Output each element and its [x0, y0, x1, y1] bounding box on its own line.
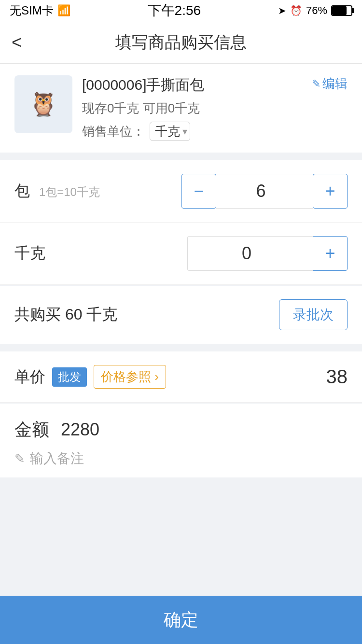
status-right: ➤ ⏰ 76%: [278, 4, 352, 17]
price-tag: 批发: [52, 367, 87, 387]
price-section: 单价 批发 价格参照 › 38: [0, 351, 362, 403]
price-label: 单价: [14, 366, 45, 388]
total-text: 共购买 60 千克: [14, 304, 117, 325]
kg-input[interactable]: [187, 236, 313, 271]
kg-label: 千克: [14, 243, 187, 264]
product-unit-row: 销售单位： 千克 包: [82, 122, 348, 141]
package-row: 包 1包=10千克 − +: [0, 160, 362, 223]
input-section: 包 1包=10千克 − + 千克 +: [0, 160, 362, 285]
product-name: [0000006]手撕面包: [82, 75, 204, 95]
confirm-button[interactable]: 确定: [0, 596, 362, 644]
total-section: 共购买 60 千克 录批次: [0, 286, 362, 344]
price-left: 单价 批发 价格参照 ›: [14, 365, 166, 389]
unit-label: 销售单位：: [82, 123, 145, 140]
package-input[interactable]: [216, 174, 313, 209]
package-stepper: − +: [181, 174, 348, 209]
battery-icon: [331, 5, 352, 16]
amount-label: 金额: [14, 420, 49, 439]
edit-icon: ✎: [312, 78, 320, 90]
batch-button[interactable]: 录批次: [279, 299, 348, 330]
amount-section: 金额 2280 ✎ 输入备注: [0, 404, 362, 477]
edit-button[interactable]: ✎ 编辑: [312, 75, 348, 92]
amount-row: 金额 2280: [14, 418, 348, 442]
unit-select-wrap[interactable]: 千克 包: [150, 122, 190, 141]
battery-percent: 76%: [306, 4, 327, 17]
back-button[interactable]: <: [12, 32, 22, 53]
product-info: [0000006]手撕面包 ✎ 编辑 现存0千克 可用0千克 销售单位： 千克 …: [82, 75, 348, 141]
amount-note-row[interactable]: ✎ 输入备注: [14, 449, 348, 468]
carrier-label: 无SIM卡: [10, 3, 54, 18]
gray-area: [0, 485, 362, 611]
status-bar: 无SIM卡 📶 下午2:56 ➤ ⏰ 76%: [0, 0, 362, 21]
wifi-icon: 📶: [57, 4, 70, 17]
amount-value: 2280: [61, 420, 99, 439]
product-section: 🦉 [0000006]手撕面包 ✎ 编辑 现存0千克 可用0千克 销售单位： 千…: [0, 64, 362, 153]
price-value: 38: [326, 366, 348, 388]
time-label: 下午2:56: [148, 1, 201, 20]
kg-stepper: +: [187, 236, 348, 271]
edit-label: 编辑: [322, 75, 348, 92]
package-label: 包 1包=10千克: [14, 181, 181, 202]
nav-bar: < 填写商品购买信息: [0, 21, 362, 64]
product-logo: 🦉: [29, 91, 58, 118]
product-image: 🦉: [14, 75, 72, 133]
product-stock: 现存0千克 可用0千克: [82, 100, 348, 117]
status-left: 无SIM卡 📶: [10, 3, 70, 18]
kg-row: 千克 +: [0, 223, 362, 285]
pencil-icon: ✎: [14, 451, 25, 466]
page-title: 填写商品购买信息: [115, 31, 247, 54]
package-hint: 1包=10千克: [39, 185, 100, 198]
package-decrement-button[interactable]: −: [181, 174, 216, 209]
alarm-icon: ⏰: [290, 5, 302, 16]
unit-select[interactable]: 千克 包: [150, 122, 190, 141]
note-placeholder[interactable]: 输入备注: [30, 449, 84, 468]
package-increment-button[interactable]: +: [313, 174, 348, 209]
location-icon: ➤: [278, 5, 286, 16]
kg-increment-button[interactable]: +: [313, 236, 348, 271]
price-ref-button[interactable]: 价格参照 ›: [94, 365, 166, 389]
